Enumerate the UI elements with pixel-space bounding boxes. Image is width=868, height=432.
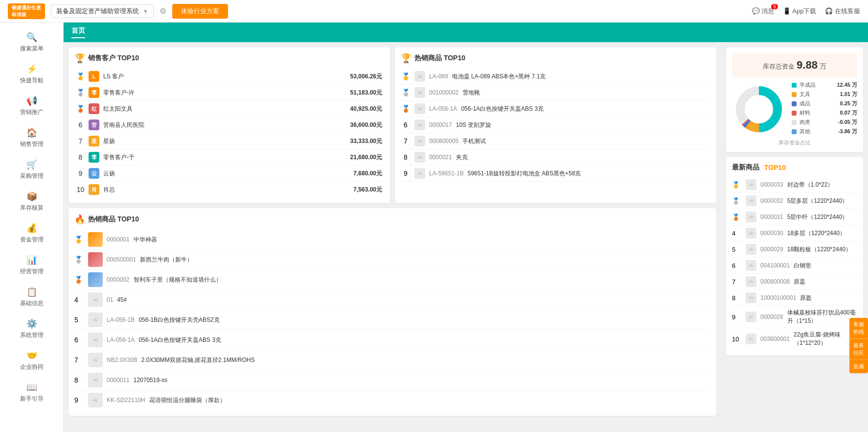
app-download-button[interactable]: 📱 App下载 xyxy=(783,7,816,16)
sold-product-row: 7 Ai 000800005 手机测试 xyxy=(401,133,710,149)
rank-cell: 🥉 xyxy=(74,101,87,117)
sidebar-item-purchase[interactable]: 🛒 采购管理 xyxy=(3,154,60,185)
sidebar-item-sales[interactable]: 🏠 销售管理 xyxy=(3,122,60,153)
prod-code: 000800005 xyxy=(429,138,458,144)
prod-code: LA-089 xyxy=(429,73,448,80)
new-prod-thumb: Ai xyxy=(746,276,756,287)
prod-code: 003800001 xyxy=(760,336,790,342)
new-prod-thumb: Ai xyxy=(746,212,756,222)
newest-products-title: 最新商品 TOP10 xyxy=(732,163,857,172)
badge-cell: 零 xyxy=(87,85,101,101)
sidebar-item-collab[interactable]: 🤝 企业协同 xyxy=(3,345,60,376)
hot-product-row: 6 Ai LA-056-1A 056-1A白色按键开关盖ABS 3克 xyxy=(74,330,710,350)
customer-amount: 51,183.00元 xyxy=(259,85,384,101)
prod-name: 体械嘉枚味苏打饮品400毫升（1*15） xyxy=(787,309,857,325)
prod-thumb: Ai xyxy=(414,120,425,130)
hot-product-row: 9 Ai KK-SD22110H 花语萌恒温分腿睡袋（厚款） xyxy=(74,390,710,410)
prod-name: 原盔 xyxy=(800,294,857,302)
legend-item: 材料 0.07 万 xyxy=(792,109,857,117)
rank-num: 6 xyxy=(732,262,742,269)
trial-button[interactable]: 体验行业方案 xyxy=(172,4,228,19)
prod-name: 12070519-xs xyxy=(134,377,167,384)
prod-name: 手机测试 xyxy=(462,137,710,145)
settings-icon: ⚙️ xyxy=(26,318,37,329)
gear-icon[interactable]: ⚙ xyxy=(160,6,166,16)
prod-code: 001000002 xyxy=(429,89,458,96)
newest-products-list: 🥇 Ai 0000033 封边带（1.0*22） 🥈 Ai 0000032 5层… xyxy=(732,177,857,350)
sidebar-item-marketing[interactable]: 📢 营销推广 xyxy=(3,91,60,121)
rank-num: 8 xyxy=(74,376,84,384)
customer-amount: 53,006.26元 xyxy=(259,69,384,85)
float-btn-1[interactable]: 服务社区 xyxy=(849,339,868,360)
sidebar-item-base[interactable]: 📋 基础信息 xyxy=(3,282,60,312)
new-prod-thumb: Ai xyxy=(746,312,756,322)
legend-item: 肉类 -0.05 万 xyxy=(792,119,857,126)
prod-name: 056-1A白色按键开关盖ABS 3克 xyxy=(461,105,710,113)
right-panel: 库存总资金 9.88 万 xyxy=(721,42,868,432)
new-prod-thumb: Ai xyxy=(746,292,756,303)
new-product-row: 10 Ai 003800001 22g鱼豆腐-烧烤味（1*12*20） xyxy=(732,328,857,350)
prod-img: Ai xyxy=(88,292,103,307)
logo: 畅捷通好生意 标准版 xyxy=(8,3,45,19)
money-icon: 💰 xyxy=(26,223,37,234)
message-button[interactable]: 💬 消息 6 xyxy=(752,7,775,16)
hot-product-row: 5 Ai LA-056-1B 056-1B白色按键开关壳ABS2克 xyxy=(74,310,710,330)
hot-product-row: 🥈 000500001 新西兰牛肉（新牛） xyxy=(74,250,710,270)
customer-row: 7 星 星扬 33,333.00元 xyxy=(74,133,384,149)
new-product-row: 5 Ai 0000029 18颗粒板（1220*2440） xyxy=(732,241,857,258)
float-buttons: 客服热线服务社区直播 xyxy=(849,318,868,373)
sold-list: 🥇 Ai LA-089 电池盖 LA-089 ABS本色+黑种 7.1克 🥈 A… xyxy=(401,69,710,182)
prod-code: 0000001 xyxy=(107,236,130,243)
sidebar-item-inventory[interactable]: 📦 库存核算 xyxy=(3,186,60,217)
chevron-down-icon: ▼ xyxy=(143,8,148,14)
sidebar-item-operations[interactable]: 📊 经营管理 xyxy=(3,250,60,281)
rank-num: 4 xyxy=(74,296,84,304)
customer-row: 8 零 零售客户-于 21,680.00元 xyxy=(74,149,384,166)
badge-cell: 零 xyxy=(87,149,101,166)
sold-product-row: 6 Ai 0000017 10S 变刻罗旋 xyxy=(401,117,710,133)
rank-num: 9 xyxy=(74,396,84,404)
customers-list: 🥇 L LS 客户 53,006.26元 🥈 零 零售客户-许 51,183.0… xyxy=(74,69,384,197)
prod-img xyxy=(88,252,103,267)
hot-product-row: 🥇 0000001 中华神器 xyxy=(74,230,710,250)
legend-value: -3.86 万 xyxy=(838,128,857,135)
sidebar-item-search[interactable]: 🔍 搜索菜单 xyxy=(3,27,60,58)
rank-num: 9 xyxy=(401,169,411,177)
legend-dot xyxy=(792,129,797,134)
float-btn-0[interactable]: 客服热线 xyxy=(849,318,868,339)
float-btn-2[interactable]: 直播 xyxy=(849,360,868,373)
legend-label: 材料 xyxy=(799,109,837,117)
system-selector[interactable]: 装备及固定资产辅助管理系统 ▼ xyxy=(51,4,154,18)
prod-thumb: Ai xyxy=(414,103,425,114)
prod-thumb: Ai xyxy=(414,152,425,163)
legend-item: 成品 0.25 万 xyxy=(792,100,857,107)
home-tab[interactable]: 首页 xyxy=(71,26,85,38)
new-prod-thumb: Ai xyxy=(746,260,756,271)
rank-num: 7 xyxy=(74,356,84,364)
search-icon: 🔍 xyxy=(26,32,37,43)
sidebar-item-finance[interactable]: 💰 资金管理 xyxy=(3,218,60,249)
prod-name: 2.0X30MM双搓花轴,搓花直径2.1MM/ROHS xyxy=(141,356,255,364)
megaphone-icon: 📢 xyxy=(26,96,37,106)
rank-num: 🥇 xyxy=(401,72,411,80)
sidebar-item-system[interactable]: ⚙️ 系统管理 xyxy=(3,313,60,344)
rank-cell: 6 xyxy=(74,117,87,133)
cart-icon: 🛒 xyxy=(26,159,37,170)
sidebar-item-quicknav[interactable]: ⚡ 快捷导航 xyxy=(3,59,60,90)
prod-name: 056-1A白色按键开关盖ABS 3克 xyxy=(138,336,221,344)
content-header: 首页 xyxy=(64,23,868,42)
online-service-button[interactable]: 🎧 在线客服 xyxy=(825,7,860,16)
prod-code: LA-59651-1B xyxy=(429,170,464,177)
prod-code: 0000030 xyxy=(760,230,783,237)
sold-product-row: 8 Ai 0000021 夹克 xyxy=(401,149,710,166)
prod-img xyxy=(88,232,103,247)
new-product-row: 🥇 Ai 0000033 封边带（1.0*22） xyxy=(732,177,857,193)
rank-num: 8 xyxy=(732,294,742,302)
new-product-row: 🥈 Ai 0000032 5层多层（1220*2440） xyxy=(732,193,857,209)
prod-code: 0000032 xyxy=(760,197,783,204)
sidebar-item-guide[interactable]: 📖 新手引导 xyxy=(3,377,60,408)
badge-cell: L xyxy=(87,69,101,85)
donut-container: 半成品 12.45 万 文具 1.01 万 成品 0.25 万 材料 0.07 … xyxy=(732,81,857,137)
prod-name: 45# xyxy=(117,296,127,303)
prod-thumb: Ai xyxy=(414,136,425,146)
